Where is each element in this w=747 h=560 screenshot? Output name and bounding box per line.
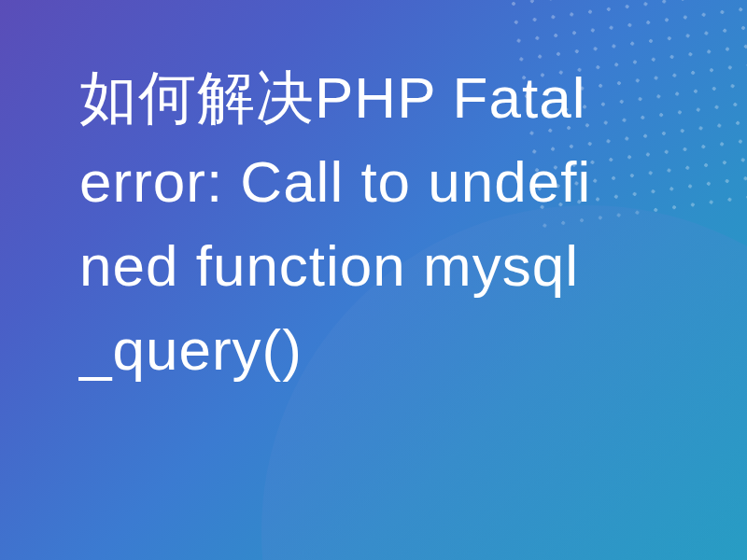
page-title: 如何解决PHP Fatal error: Call to undefined f… bbox=[79, 56, 602, 392]
